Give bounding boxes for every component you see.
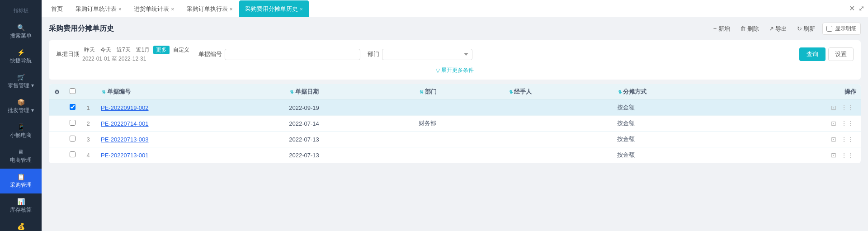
close-window-icon[interactable]: ✕	[849, 4, 855, 13]
row-handler-4	[504, 147, 613, 163]
query-action-group: 查询 设置	[799, 47, 854, 61]
tab-label-purchase-cost-split: 采购费用分摊单历史	[245, 5, 298, 13]
tab-close-inbound-stats[interactable]: ×	[171, 6, 174, 12]
row-handler-1	[504, 100, 613, 116]
delete-button[interactable]: 🗑 删除	[737, 23, 762, 35]
sidebar-item-finance[interactable]: 💰资金管理	[0, 218, 42, 231]
data-table-container: ⚙ ⇅ 单据编号 ⇅ 单据日期 ⇅ 部门	[49, 84, 861, 163]
row-check-1[interactable]	[70, 104, 75, 110]
doc-no-input[interactable]	[225, 49, 360, 60]
row-docno-2[interactable]: PE-20220714-001	[96, 116, 284, 132]
expand-more-row: ▽ 展开更多条件	[56, 66, 854, 74]
row-more-btn-4[interactable]: ⋮⋮	[841, 151, 854, 159]
tab-home[interactable]: 首页	[45, 0, 69, 17]
tab-label-inbound-stats: 进货单统计表	[134, 5, 169, 13]
row-check-2[interactable]	[70, 120, 75, 126]
today-shortcut[interactable]: 今天	[99, 46, 113, 54]
row-more-btn-2[interactable]: ⋮⋮	[841, 120, 854, 127]
handler-col-header: ⇅ 经手人	[504, 84, 613, 100]
tab-label-purchase-order-stats: 采购订单统计表	[75, 5, 117, 13]
row-more-btn-1[interactable]: ⋮⋮	[841, 104, 854, 111]
refresh-button[interactable]: ↻ 刷新	[794, 23, 818, 35]
expand-more-button[interactable]: ▽ 展开更多条件	[436, 66, 474, 74]
sidebar-item-inventory[interactable]: 📊库存核算	[0, 193, 42, 218]
tab-label-purchase-order-exec: 采购订单执行表	[187, 5, 228, 13]
show-col-button[interactable]: 显示明细	[822, 23, 861, 35]
1month-shortcut[interactable]: 近1月	[134, 46, 152, 54]
sidebar-logo: 指标板	[0, 4, 42, 19]
sidebar-item-wholesale[interactable]: 📦批发管理 ▾	[0, 94, 42, 119]
sidebar: 指标板 🔍搜索菜单⚡快捷导航🛒零售管理 ▾📦批发管理 ▾📱小畅电商🖥电商管理📋采…	[0, 0, 42, 231]
query-button[interactable]: 查询	[799, 47, 826, 61]
row-check-3[interactable]	[70, 136, 75, 141]
gear-icon[interactable]: ⚙	[54, 89, 60, 95]
row-num-1: 1	[80, 100, 96, 116]
doc-no-sort-icon[interactable]: ⇅	[102, 90, 105, 94]
more-shortcut[interactable]: 更多	[153, 46, 170, 54]
sidebar-item-purchase[interactable]: 📋采购管理	[0, 169, 42, 193]
delete-icon: 🗑	[740, 25, 746, 32]
add-button[interactable]: + 新增	[711, 23, 733, 35]
doc-no-filter-group: 单据编号	[198, 49, 360, 60]
row-checkbox-1	[65, 100, 80, 116]
chevron-down-icon: ▽	[436, 67, 440, 74]
inventory-icon: 📊	[17, 198, 25, 205]
7days-shortcut[interactable]: 近7天	[115, 46, 132, 54]
row-docno-4[interactable]: PE-20220713-001	[96, 147, 284, 163]
row-gear-1	[49, 100, 65, 116]
select-all-checkbox[interactable]	[70, 88, 75, 94]
row-more-btn-3[interactable]: ⋮⋮	[841, 136, 854, 143]
row-edit-btn-4[interactable]: ⊡	[831, 151, 836, 159]
filter-settings-button[interactable]: 设置	[828, 47, 854, 61]
table-row: 1 PE-20220919-002 2022-09-19 按金额 ⊡ ⋮⋮	[49, 100, 861, 116]
dept-select[interactable]	[382, 49, 472, 60]
tab-label-home: 首页	[51, 5, 63, 13]
row-gear-3	[49, 132, 65, 147]
row-docno-1[interactable]: PE-20220919-002	[96, 100, 284, 116]
row-split-2: 按金额	[613, 116, 741, 132]
tab-inbound-stats[interactable]: 进货单统计表×	[128, 0, 179, 17]
row-handler-3	[504, 132, 613, 147]
row-num-2: 2	[80, 116, 96, 132]
row-edit-btn-2[interactable]: ⊡	[831, 120, 836, 127]
custom-shortcut[interactable]: 自定义	[171, 46, 191, 54]
tab-purchase-order-stats[interactable]: 采购订单统计表×	[70, 0, 127, 17]
export-button[interactable]: ↗ 导出	[766, 23, 790, 35]
tab-purchase-cost-split[interactable]: 采购费用分摊单历史×	[239, 0, 308, 17]
sidebar-item-search[interactable]: 🔍搜索菜单	[0, 19, 42, 44]
date-range-text: 2022-01-01 至 2022-12-31	[82, 55, 191, 63]
row-handler-2	[504, 116, 613, 132]
dept-label: 部门	[368, 50, 379, 58]
sidebar-item-micro[interactable]: 📱小畅电商	[0, 119, 42, 144]
finance-icon: 💰	[17, 223, 25, 230]
dept-sort-icon[interactable]: ⇅	[420, 90, 423, 94]
sidebar-item-shortcut[interactable]: ⚡快捷导航	[0, 44, 42, 69]
tab-close-purchase-cost-split[interactable]: ×	[300, 6, 302, 12]
row-date-1: 2022-09-19	[284, 100, 414, 116]
search-icon: 🔍	[17, 24, 25, 31]
row-checkbox-3	[65, 132, 80, 147]
row-edit-btn-1[interactable]: ⊡	[831, 104, 836, 111]
row-dept-4	[414, 147, 504, 163]
tab-close-purchase-order-stats[interactable]: ×	[118, 6, 121, 12]
handler-sort-icon[interactable]: ⇅	[509, 90, 513, 94]
row-actions-2: ⊡ ⋮⋮	[741, 116, 861, 132]
row-docno-3[interactable]: PE-20220713-003	[96, 132, 284, 147]
row-num-3: 3	[80, 132, 96, 147]
doc-date-sort-icon[interactable]: ⇅	[290, 90, 293, 94]
purchase-icon: 📋	[17, 173, 25, 180]
show-col-checkbox[interactable]	[826, 26, 832, 32]
split-method-sort-icon[interactable]: ⇅	[618, 90, 622, 94]
row-actions-3: ⊡ ⋮⋮	[741, 132, 861, 147]
sidebar-item-retail[interactable]: 🛒零售管理 ▾	[0, 69, 42, 94]
yesterday-shortcut[interactable]: 昨天	[82, 46, 97, 54]
maximize-window-icon[interactable]: ⤢	[859, 4, 864, 13]
row-check-4[interactable]	[70, 151, 75, 157]
row-gear-4	[49, 147, 65, 163]
row-edit-btn-3[interactable]: ⊡	[831, 136, 836, 143]
table-row: 4 PE-20220713-001 2022-07-13 按金额 ⊡ ⋮⋮	[49, 147, 861, 163]
tab-purchase-order-exec[interactable]: 采购订单执行表×	[181, 0, 238, 17]
sidebar-item-ecommerce[interactable]: 🖥电商管理	[0, 144, 42, 169]
tab-close-purchase-order-exec[interactable]: ×	[230, 6, 232, 12]
filter-area: 单据日期 昨天 今天 近7天 近1月 更多 自定义 2022-01-01 至 2…	[49, 40, 861, 80]
